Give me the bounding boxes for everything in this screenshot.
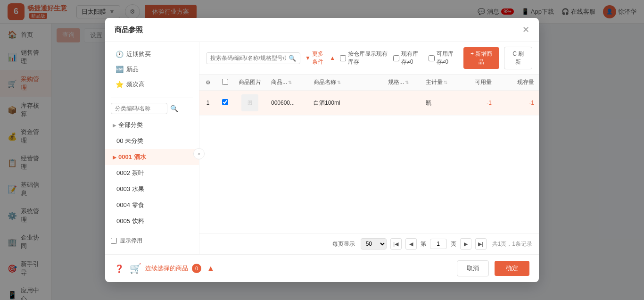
quick-label-frequent: 频次高 — [126, 80, 145, 89]
sort-icon-spec: ⇅ — [405, 80, 409, 85]
filter-avail-nonzero-text: 可用库存≠0 — [437, 50, 459, 66]
pagination: 每页显示 50 10 20 100 |◀ ◀ 第 页 — [199, 233, 539, 254]
row-num: 1 — [199, 91, 216, 116]
filter-more-btn[interactable]: ▼ 更多条件 ▲ — [305, 50, 335, 66]
th-check[interactable] — [216, 75, 233, 91]
filter-bar: 🔍 ▼ 更多条件 ▲ 按仓库显示现有库存 — [199, 42, 539, 75]
product-image: 图 — [241, 94, 258, 111]
quick-label-recent: 近期购买 — [126, 50, 151, 58]
th-avail: 可用量 — [454, 75, 496, 91]
th-code-text: 商品... — [271, 78, 287, 86]
clock-icon: 🕐 — [116, 50, 124, 58]
filter-nonzero-text: 现有库存≠0 — [401, 50, 424, 66]
row-checkbox[interactable] — [222, 99, 228, 105]
row-unit: 瓶 — [421, 91, 454, 116]
cart-icon: 🛒 — [130, 263, 141, 274]
filter-more-label: 更多条件 — [312, 50, 328, 66]
quick-item-frequent[interactable]: ⭐ 频次高 — [111, 77, 193, 92]
cat-label-all: 全部分类 — [118, 121, 143, 129]
filter-avail-nonzero-checkbox[interactable] — [429, 55, 435, 61]
category-search-icon[interactable]: 🔍 — [170, 105, 178, 112]
product-search-input[interactable] — [210, 55, 286, 61]
cat-item-drink[interactable]: 0005 饮料 — [105, 213, 199, 229]
last-page-btn[interactable]: ▶| — [475, 238, 487, 250]
show-disabled-checkbox[interactable] — [111, 238, 117, 244]
dialog-footer: ❓ 🛒 连续选择的商品 0 ▲ 取消 确定 — [105, 254, 539, 282]
filter-avail-nonzero-label[interactable]: 可用库存≠0 — [429, 50, 459, 66]
th-spec-text: 规格... — [388, 78, 404, 86]
product-reference-dialog: 商品参照 ✕ 🕐 近期购买 🆕 — [105, 18, 539, 282]
filter-nonzero-label[interactable]: 现有库存≠0 — [393, 50, 424, 66]
cart-count: 0 — [192, 264, 201, 273]
cat-label-uncat: 00 未分类 — [116, 137, 143, 145]
filter-warehouse-label[interactable]: 按仓库显示现有库存 — [340, 50, 388, 66]
select-all-checkbox[interactable] — [222, 79, 228, 85]
page-suffix: 页 — [451, 240, 456, 248]
filter-nonzero-checkbox[interactable] — [393, 55, 399, 61]
cat-item-uncat[interactable]: 00 未分类 — [105, 133, 199, 149]
category-search-input[interactable] — [111, 103, 167, 114]
row-name: 白酒100ml — [309, 91, 383, 116]
dialog-left-panel: 🕐 近期购买 🆕 新品 ⭐ 频次高 — [105, 42, 199, 254]
collapse-footer-icon[interactable]: ▲ — [207, 264, 215, 273]
dialog-right-panel: 🔍 ▼ 更多条件 ▲ 按仓库显示现有库存 — [199, 42, 539, 254]
cat-item-liquor[interactable]: ▶ 0001 酒水 — [105, 149, 199, 165]
cat-item-tea[interactable]: 0002 茶叶 — [105, 165, 199, 181]
cat-item-fruit[interactable]: 0003 水果 — [105, 181, 199, 197]
quick-label-new: 新品 — [126, 65, 139, 74]
th-img: 商品图片 — [233, 75, 266, 91]
th-stock: 现存量 — [496, 75, 539, 91]
quick-item-recent[interactable]: 🕐 近期购买 — [111, 47, 193, 62]
divider — [111, 98, 193, 98]
help-icon[interactable]: ❓ — [115, 264, 124, 273]
row-spec — [383, 91, 421, 116]
th-unit[interactable]: 主计量 ⇅ — [421, 75, 454, 91]
product-search-box: 🔍 — [206, 52, 300, 64]
star-icon: ⭐ — [116, 81, 124, 88]
row-avail: -1 — [454, 91, 496, 116]
product-table-area: ⚙ 商品图片 商品... ⇅ — [199, 75, 539, 233]
th-spec[interactable]: 规格... ⇅ — [383, 75, 421, 91]
sort-icon-unit: ⇅ — [444, 80, 447, 85]
confirm-btn[interactable]: 确定 — [495, 261, 529, 276]
main-layout: 🏠 首页 📊 销售管理 🛒 采购管理 📦 库存核算 💰 资金管理 📋 经营管理 … — [0, 24, 644, 300]
modal-overlay: 商品参照 ✕ 🕐 近期购买 🆕 — [0, 0, 644, 300]
row-check[interactable] — [216, 91, 233, 116]
next-page-btn[interactable]: ▶ — [460, 238, 471, 250]
cat-label-tea: 0002 茶叶 — [116, 169, 144, 177]
quick-access: 🕐 近期购买 🆕 新品 ⭐ 频次高 — [105, 47, 199, 96]
add-product-btn[interactable]: + 新增商品 — [463, 47, 499, 69]
search-icon[interactable]: 🔍 — [289, 55, 296, 62]
new-icon: 🆕 — [116, 66, 124, 73]
per-page-select[interactable]: 50 10 20 100 — [361, 238, 387, 250]
category-list: ▶ 全部分类 00 未分类 ▶ 0001 酒水 0002 茶 — [105, 117, 199, 232]
cancel-btn[interactable]: 取消 — [457, 260, 489, 276]
chevron-up-icon: ▲ — [330, 55, 335, 61]
collapse-panel-btn[interactable]: « — [193, 148, 205, 159]
dialog-header: 商品参照 ✕ — [105, 18, 539, 42]
prev-page-btn[interactable]: ◀ — [405, 238, 417, 250]
cart-area[interactable]: 🛒 连续选择的商品 0 — [130, 263, 201, 274]
category-search-row: 🔍 — [105, 100, 199, 117]
cat-item-all[interactable]: ▶ 全部分类 — [105, 117, 199, 133]
product-table: ⚙ 商品图片 商品... ⇅ — [199, 75, 539, 116]
page-number-input[interactable] — [430, 239, 447, 249]
cat-label-liquor: 0001 酒水 — [118, 153, 146, 161]
table-row[interactable]: 1 图 000600... 白酒100ml 瓶 — [199, 91, 539, 116]
refresh-btn[interactable]: C 刷新 — [504, 47, 532, 69]
cat-arrow-liquor: ▶ — [113, 155, 116, 160]
th-code[interactable]: 商品... ⇅ — [266, 75, 309, 91]
cart-label: 连续选择的商品 — [145, 264, 188, 273]
filter-warehouse-checkbox[interactable] — [340, 55, 346, 61]
th-settings[interactable]: ⚙ — [199, 75, 216, 91]
content-area: 查询 设置 商品参照 ✕ — [52, 24, 644, 300]
filter-warehouse-text: 按仓库显示现有库存 — [348, 50, 388, 66]
quick-item-new[interactable]: 🆕 新品 — [111, 62, 193, 77]
row-stock: -1 — [496, 91, 539, 116]
show-disabled-label: 显示停用 — [120, 237, 142, 245]
th-name[interactable]: 商品名称 ⇅ — [309, 75, 383, 91]
first-page-btn[interactable]: |◀ — [390, 238, 402, 250]
cat-label-drink: 0005 饮料 — [116, 217, 144, 225]
close-icon[interactable]: ✕ — [522, 25, 529, 35]
cat-item-snack[interactable]: 0004 零食 — [105, 197, 199, 213]
